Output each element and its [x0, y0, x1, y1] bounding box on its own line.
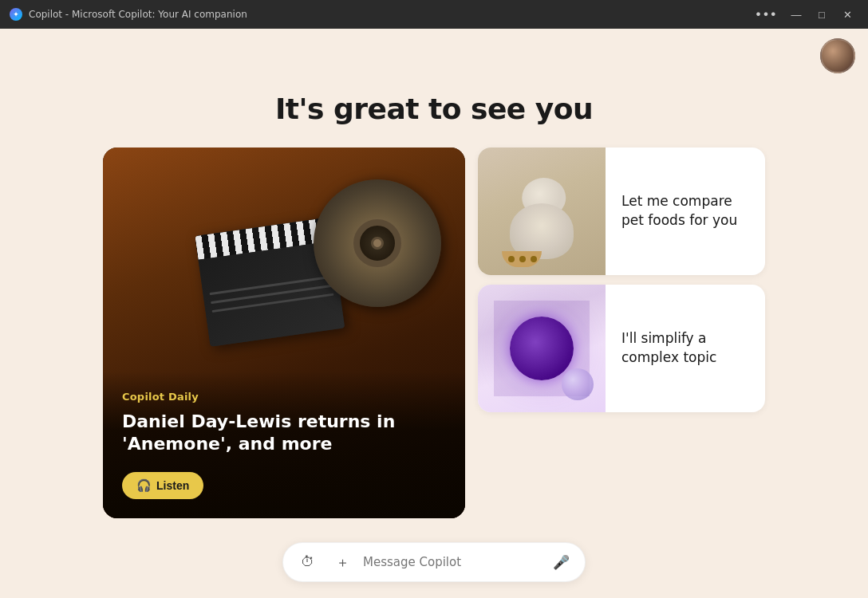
- input-bar-container: ⏱ ＋ 🎤: [0, 534, 868, 598]
- add-button[interactable]: ＋: [328, 548, 357, 576]
- titlebar: ✦ Copilot - Microsoft Copilot: Your AI c…: [0, 0, 868, 29]
- dog-dots: [508, 256, 537, 262]
- microphone-button[interactable]: 🎤: [546, 548, 575, 576]
- suggestion-image-galaxy: [478, 285, 606, 412]
- dog-dot: [508, 256, 515, 262]
- app-icon: ✦: [10, 8, 22, 21]
- avatar-image: [820, 38, 855, 73]
- suggestion-text-pets: Let me compare pet foods for you: [606, 179, 765, 243]
- film-reel-center: [371, 237, 384, 250]
- galaxy-orb: [562, 368, 594, 400]
- close-button[interactable]: ✕: [836, 5, 858, 24]
- titlebar-left: ✦ Copilot - Microsoft Copilot: Your AI c…: [10, 8, 247, 21]
- message-input[interactable]: [363, 555, 540, 569]
- clapper-line: [209, 276, 331, 295]
- greeting-text: It's great to see you: [275, 92, 593, 125]
- dog-scene: [478, 148, 606, 275]
- dog-dot: [519, 256, 526, 262]
- daily-card-content: Copilot Daily Daniel Day-Lewis returns i…: [103, 372, 465, 518]
- listen-button[interactable]: 🎧 Listen: [122, 472, 203, 499]
- suggestion-image-dog: [478, 148, 606, 275]
- plus-icon: ＋: [336, 553, 349, 572]
- film-reel-icon: [314, 179, 441, 307]
- dog-dot: [531, 256, 537, 262]
- window-title: Copilot - Microsoft Copilot: Your AI com…: [29, 9, 247, 20]
- suggestion-text-topic: I'll simplify a complex topic: [606, 317, 765, 380]
- cards-grid: Copilot Daily Daniel Day-Lewis returns i…: [103, 148, 765, 518]
- galaxy-blob: [510, 317, 574, 380]
- film-reel-inner: [353, 219, 401, 267]
- daily-headline: Daniel Day-Lewis returns in 'Anemone', a…: [122, 411, 446, 456]
- headphones-icon: 🎧: [136, 478, 152, 493]
- listen-label: Listen: [156, 479, 189, 492]
- window-controls: ••• — □ ✕: [750, 5, 858, 24]
- history-icon: ⏱: [301, 554, 314, 570]
- main-content: It's great to see you: [0, 29, 868, 534]
- clapper-scene: [103, 148, 465, 388]
- microphone-icon: 🎤: [553, 554, 570, 571]
- more-options-icon[interactable]: •••: [750, 7, 782, 22]
- minimize-button[interactable]: —: [785, 5, 807, 24]
- daily-label: Copilot Daily: [122, 391, 446, 403]
- maximize-button[interactable]: □: [811, 5, 833, 24]
- galaxy-scene: [478, 285, 606, 412]
- clapper-line: [211, 293, 333, 312]
- avatar[interactable]: [820, 38, 855, 73]
- suggestion-card-pets[interactable]: Let me compare pet foods for you: [478, 148, 765, 275]
- daily-card[interactable]: Copilot Daily Daniel Day-Lewis returns i…: [103, 148, 465, 518]
- suggestion-card-topic[interactable]: I'll simplify a complex topic: [478, 285, 765, 412]
- input-bar: ⏱ ＋ 🎤: [282, 542, 586, 582]
- suggestion-cards: Let me compare pet foods for you I'll si…: [478, 148, 765, 518]
- history-button[interactable]: ⏱: [293, 548, 322, 576]
- clapper-line: [211, 284, 333, 303]
